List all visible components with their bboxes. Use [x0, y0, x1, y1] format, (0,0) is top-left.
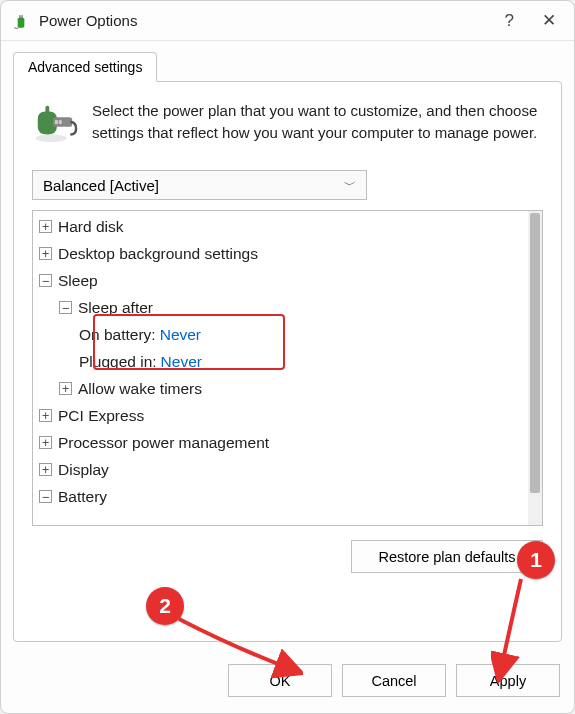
- apply-button[interactable]: Apply: [456, 664, 560, 697]
- expand-icon[interactable]: +: [39, 463, 52, 476]
- restore-defaults-button[interactable]: Restore plan defaults: [351, 540, 543, 573]
- settings-tree-container: + Hard disk + Desktop background setting…: [32, 210, 543, 526]
- tree-node-hard-disk[interactable]: + Hard disk: [33, 213, 528, 240]
- titlebar: Power Options ? ✕: [1, 1, 574, 41]
- tab-label: Advanced settings: [28, 59, 142, 75]
- settings-tree[interactable]: + Hard disk + Desktop background setting…: [33, 211, 528, 525]
- tree-node-battery[interactable]: − Battery: [33, 483, 528, 510]
- tree-node-desktop-background[interactable]: + Desktop background settings: [33, 240, 528, 267]
- cancel-button[interactable]: Cancel: [342, 664, 446, 697]
- tree-node-processor-power[interactable]: + Processor power management: [33, 429, 528, 456]
- scrollbar-thumb[interactable]: [530, 213, 540, 493]
- on-battery-value[interactable]: Never: [160, 326, 201, 344]
- power-options-dialog: Power Options ? ✕ Advanced settings Se: [0, 0, 575, 714]
- ok-button[interactable]: OK: [228, 664, 332, 697]
- expand-icon[interactable]: +: [39, 409, 52, 422]
- tree-node-sleep-after[interactable]: − Sleep after: [33, 294, 528, 321]
- svg-rect-5: [55, 120, 58, 124]
- svg-rect-1: [19, 15, 20, 18]
- intro-row: Select the power plan that you want to c…: [32, 100, 543, 146]
- expand-icon[interactable]: +: [39, 247, 52, 260]
- intro-text: Select the power plan that you want to c…: [92, 100, 543, 146]
- tab-advanced-settings[interactable]: Advanced settings: [13, 52, 157, 82]
- collapse-icon[interactable]: −: [39, 490, 52, 503]
- tree-node-display[interactable]: + Display: [33, 456, 528, 483]
- tree-node-plugged-in[interactable]: Plugged in: Never: [33, 348, 528, 375]
- power-plan-combobox[interactable]: Balanced [Active] ﹀: [32, 170, 367, 200]
- tab-bar: Advanced settings: [1, 41, 574, 81]
- svg-point-3: [36, 135, 67, 143]
- help-button[interactable]: ?: [505, 12, 514, 29]
- callout-badge-1: 1: [517, 541, 555, 579]
- power-plan-icon: [32, 100, 78, 146]
- tree-node-on-battery[interactable]: On battery: Never: [33, 321, 528, 348]
- svg-rect-0: [18, 17, 25, 27]
- combobox-value: Balanced [Active]: [43, 177, 159, 194]
- window-title: Power Options: [39, 12, 505, 29]
- expand-icon[interactable]: +: [39, 220, 52, 233]
- dialog-button-row: OK Cancel Apply: [1, 654, 574, 713]
- chevron-down-icon: ﹀: [344, 177, 356, 194]
- content-panel: Select the power plan that you want to c…: [13, 81, 562, 642]
- power-options-icon: [11, 11, 31, 31]
- plugged-in-value[interactable]: Never: [161, 353, 202, 371]
- collapse-icon[interactable]: −: [59, 301, 72, 314]
- svg-rect-2: [21, 15, 22, 18]
- expand-icon[interactable]: +: [39, 436, 52, 449]
- expand-icon[interactable]: +: [59, 382, 72, 395]
- callout-badge-2: 2: [146, 587, 184, 625]
- tree-node-sleep[interactable]: − Sleep: [33, 267, 528, 294]
- vertical-scrollbar[interactable]: [528, 211, 542, 525]
- svg-rect-6: [59, 120, 62, 124]
- close-button[interactable]: ✕: [542, 12, 556, 29]
- tree-node-allow-wake-timers[interactable]: + Allow wake timers: [33, 375, 528, 402]
- collapse-icon[interactable]: −: [39, 274, 52, 287]
- tree-node-pci-express[interactable]: + PCI Express: [33, 402, 528, 429]
